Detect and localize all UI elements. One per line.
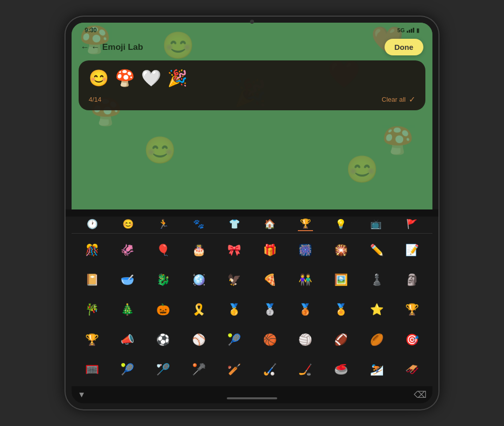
selected-emojis-row: 😊 🍄 🤍 🎉 bbox=[89, 68, 415, 88]
emoji-jellyfish[interactable]: 🦑 bbox=[110, 236, 145, 264]
cat-objects[interactable]: 💡 bbox=[333, 218, 348, 231]
emoji-soccer[interactable]: ⚽ bbox=[146, 325, 180, 354]
emoji-food[interactable]: 🍕 bbox=[253, 265, 287, 294]
emoji-basketball[interactable]: 🏀 bbox=[253, 325, 287, 354]
page-header: ← ← Emoji Lab Done bbox=[77, 36, 427, 60]
clear-all-button[interactable]: Clear all ✓ bbox=[382, 95, 415, 104]
back-arrow-icon: ← bbox=[81, 42, 89, 52]
emoji-cake[interactable]: 🎂 bbox=[181, 236, 216, 264]
emoji-tennis[interactable]: 🎾 bbox=[217, 325, 251, 354]
emoji-christmas-tree[interactable]: 🎄 bbox=[110, 296, 145, 324]
emoji-sparkler[interactable]: 🎇 bbox=[324, 236, 358, 264]
emoji-statue[interactable]: 🗿 bbox=[395, 265, 429, 294]
bottom-screen: 🕐 😊 🏃 🐾 👕 🏠 🏆 💡 📺 🚩 🎊 🦑 🎈 🎂 🎀 🎁 bbox=[72, 213, 432, 403]
selected-emoji-4[interactable]: 🎉 bbox=[167, 68, 187, 88]
emoji-cricket[interactable]: 🏏 bbox=[217, 356, 251, 384]
emoji-star[interactable]: ⭐ bbox=[359, 296, 394, 324]
phone-device: 🍄 😊 ❤️ 🍄 😊 🍄 ❤️ 😊 🎉 9:30 5G bbox=[66, 17, 438, 409]
emoji-megaphone[interactable]: 📣 bbox=[110, 325, 145, 354]
emoji-notebook[interactable]: 📔 bbox=[75, 265, 109, 294]
emoji-selection-box: 😊 🍄 🤍 🎉 4/14 Clear all ✓ bbox=[79, 60, 425, 110]
battery-icon: ▮ bbox=[416, 27, 419, 34]
cat-symbols[interactable]: 📺 bbox=[368, 218, 384, 231]
status-time: 9:30 bbox=[85, 27, 97, 34]
emoji-ice-hockey[interactable]: 🏒 bbox=[288, 356, 323, 384]
emoji-goal[interactable]: 🥅 bbox=[75, 356, 109, 384]
done-button[interactable]: Done bbox=[385, 39, 424, 55]
signal-bars bbox=[407, 28, 414, 33]
emoji-sled[interactable]: 🛷 bbox=[395, 356, 429, 384]
emoji-racket[interactable]: 🎾 bbox=[110, 356, 145, 384]
emoji-confetti[interactable]: 🎊 bbox=[75, 236, 109, 264]
home-indicator bbox=[227, 397, 277, 399]
phone-hinge bbox=[66, 209, 438, 217]
emoji-fireworks1[interactable]: 🎆 bbox=[288, 236, 323, 264]
top-screen: 🍄 😊 ❤️ 🍄 😊 🍄 ❤️ 😊 🎉 9:30 5G bbox=[72, 23, 432, 213]
cat-clothing[interactable]: 👕 bbox=[227, 218, 242, 231]
cat-places[interactable]: 🏠 bbox=[262, 218, 277, 231]
emoji-trophy3[interactable]: 🏆 bbox=[75, 325, 109, 354]
emoji-gift[interactable]: 🎁 bbox=[253, 236, 287, 264]
cat-smileys[interactable]: 😊 bbox=[120, 218, 136, 231]
network-label: 5G bbox=[397, 27, 405, 33]
emoji-badminton[interactable]: 🏸 bbox=[146, 356, 180, 384]
cat-animals[interactable]: 🐾 bbox=[191, 218, 206, 231]
emoji-ski[interactable]: ⛷️ bbox=[359, 356, 394, 384]
emoji-count: 4/14 bbox=[89, 96, 101, 103]
emoji-grid: 🎊 🦑 🎈 🎂 🎀 🎁 🎆 🎇 ✏️ 📝 📔 🥣 🐉 🪩 🦅 🍕 👫 🖼️ bbox=[72, 234, 432, 386]
page-title: ← Emoji Lab bbox=[91, 42, 143, 52]
emoji-field-hockey[interactable]: 🏑 bbox=[253, 356, 287, 384]
emoji-balloon[interactable]: 🎈 bbox=[146, 236, 180, 264]
emoji-trophy2[interactable]: 🏆 bbox=[395, 296, 429, 324]
selected-emoji-1[interactable]: 😊 bbox=[89, 68, 109, 88]
keyboard-arrow-down[interactable]: ▼ bbox=[78, 390, 86, 399]
selected-emoji-3[interactable]: 🤍 bbox=[141, 68, 161, 88]
emoji-silver-medal[interactable]: 🥈 bbox=[253, 296, 287, 324]
status-bar: 9:30 5G ▮ bbox=[77, 23, 427, 36]
selected-emoji-2[interactable]: 🍄 bbox=[115, 68, 135, 88]
camera-notch bbox=[250, 20, 254, 24]
emoji-gold-medal[interactable]: 🥇 bbox=[217, 296, 251, 324]
cat-flags[interactable]: 🚩 bbox=[404, 218, 419, 231]
keyboard-area: 🕐 😊 🏃 🐾 👕 🏠 🏆 💡 📺 🚩 🎊 🦑 🎈 🎂 🎀 🎁 bbox=[72, 213, 432, 403]
check-icon: ✓ bbox=[409, 95, 415, 104]
cat-people[interactable]: 🏃 bbox=[156, 218, 171, 231]
emoji-frame[interactable]: 🖼️ bbox=[324, 265, 358, 294]
selection-footer: 4/14 Clear all ✓ bbox=[89, 95, 415, 104]
emoji-bronze-medal[interactable]: 🥉 bbox=[288, 296, 323, 324]
cat-recent[interactable]: 🕐 bbox=[85, 218, 100, 231]
emoji-bamboo[interactable]: 🎋 bbox=[75, 296, 109, 324]
emoji-medal[interactable]: 🏅 bbox=[324, 296, 358, 324]
status-right: 5G ▮ bbox=[397, 27, 419, 34]
cat-activities[interactable]: 🏆 bbox=[298, 217, 313, 231]
emoji-volleyball[interactable]: 🏐 bbox=[288, 325, 323, 354]
emoji-ribbon[interactable]: 🎗️ bbox=[181, 296, 216, 324]
emoji-curling[interactable]: 🥌 bbox=[324, 356, 358, 384]
emoji-dart[interactable]: 🎯 bbox=[395, 325, 429, 354]
emoji-memo[interactable]: 📝 bbox=[395, 236, 429, 264]
keyboard-backspace[interactable]: ⌫ bbox=[414, 389, 426, 400]
emoji-baseball[interactable]: ⚾ bbox=[181, 325, 216, 354]
emoji-pencil[interactable]: ✏️ bbox=[359, 236, 394, 264]
back-button[interactable]: ← ← Emoji Lab bbox=[81, 42, 143, 52]
emoji-couple[interactable]: 👫 bbox=[288, 265, 323, 294]
keyboard-bottom-bar: ▼ ⌫ bbox=[72, 386, 432, 403]
emoji-lacrosse[interactable]: 🥍 bbox=[181, 356, 216, 384]
emoji-bowl[interactable]: 🥣 bbox=[110, 265, 145, 294]
emoji-dragon[interactable]: 🐉 bbox=[146, 265, 180, 294]
emoji-eagle[interactable]: 🦅 bbox=[217, 265, 251, 294]
emoji-football[interactable]: 🏈 bbox=[324, 325, 358, 354]
top-content: 9:30 5G ▮ ← ← Emoji Lab bbox=[72, 23, 432, 110]
emoji-bow[interactable]: 🎀 bbox=[217, 236, 251, 264]
emoji-chess[interactable]: ♟️ bbox=[359, 265, 394, 294]
emoji-rugby[interactable]: 🏉 bbox=[359, 325, 394, 354]
emoji-disco[interactable]: 🪩 bbox=[181, 265, 216, 294]
emoji-pumpkin[interactable]: 🎃 bbox=[146, 296, 180, 324]
clear-all-label: Clear all bbox=[382, 96, 406, 103]
